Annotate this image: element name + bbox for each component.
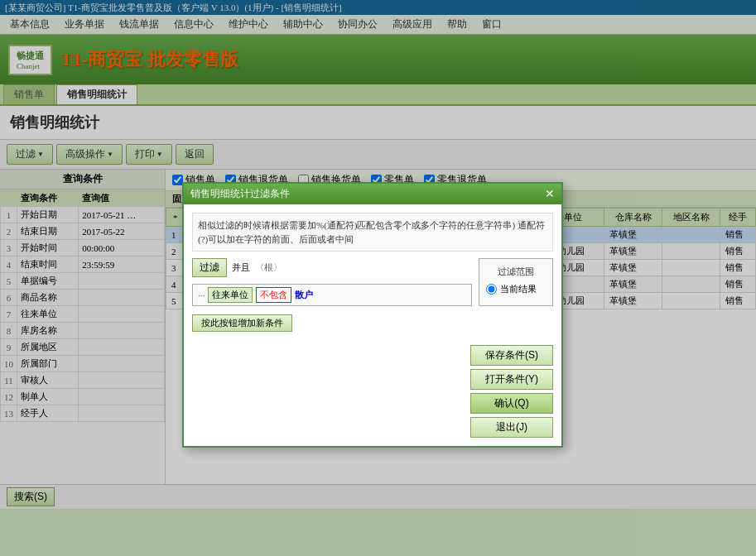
condition-dots: ··· xyxy=(198,290,205,300)
add-condition-button[interactable]: 按此按钮增加新条件 xyxy=(192,314,292,332)
filter-scope-title: 过滤范围 xyxy=(486,266,546,278)
filter-modal: 销售明细统计过滤条件 ✕ 相似过滤的时候请根据需要加%(通配符)匹配包含零个或多… xyxy=(182,182,563,448)
modal-buttons: 保存条件(S) 打开条件(Y) 确认(Q) 退出(J) xyxy=(192,345,553,438)
and-label: 并且 xyxy=(232,261,250,274)
modal-overlay: 销售明细统计过滤条件 ✕ 相似过滤的时候请根据需要加%(通配符)匹配包含零个或多… xyxy=(0,0,756,556)
filter-row: 过滤 并且 〈根〉 xyxy=(192,258,472,277)
scope-radio-current[interactable]: 当前结果 xyxy=(486,283,546,295)
filter-scope-box: 过滤范围 当前结果 xyxy=(479,258,553,306)
modal-header: 销售明细统计过滤条件 ✕ xyxy=(184,184,561,204)
filter-condition-row: ··· 往来单位 不包含 散户 xyxy=(192,284,472,306)
modal-left: 过滤 并且 〈根〉 ··· 往来单位 不包含 散户 xyxy=(192,258,472,332)
open-condition-button[interactable]: 打开条件(Y) xyxy=(470,369,553,390)
modal-filter-button[interactable]: 过滤 xyxy=(192,258,227,277)
modal-content-area: 过滤 并且 〈根〉 ··· 往来单位 不包含 散户 xyxy=(192,258,553,332)
not-contain-tag[interactable]: 不包含 xyxy=(256,287,291,303)
save-condition-button[interactable]: 保存条件(S) xyxy=(470,345,553,366)
app-window: [某某商贸公司] T1-商贸宝批发零售普及版（客户端 V 13.0）(1用户) … xyxy=(0,0,756,556)
scope-current-label: 当前结果 xyxy=(500,283,537,295)
modal-body: 相似过滤的时候请根据需要加%(通配符)匹配包含零个或多个字符的任意字符串) 通配… xyxy=(184,204,561,446)
condition-field-tag[interactable]: 往来单位 xyxy=(208,287,253,303)
exit-button[interactable]: 退出(J) xyxy=(470,417,553,438)
condition-value: 散户 xyxy=(295,289,313,301)
angle-label: 〈根〉 xyxy=(255,261,282,274)
modal-title: 销售明细统计过滤条件 xyxy=(190,187,290,201)
modal-description: 相似过滤的时候请根据需要加%(通配符)匹配包含零个或多个字符的任意字符串) 通配… xyxy=(192,213,553,252)
modal-close-button[interactable]: ✕ xyxy=(545,187,555,201)
confirm-button[interactable]: 确认(Q) xyxy=(470,393,553,414)
add-condition-area: 按此按钮增加新条件 xyxy=(192,311,472,332)
